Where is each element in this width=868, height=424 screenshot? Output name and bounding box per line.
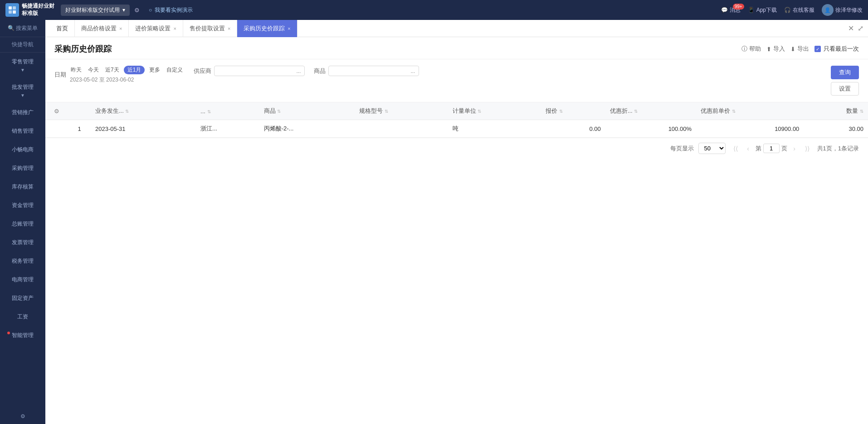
headset-icon: 🎧 — [784, 7, 791, 13]
sidebar-settings-btn[interactable]: ⚙ — [0, 409, 45, 424]
tab-close-btn[interactable]: × — [119, 26, 122, 31]
col-unit[interactable]: 计量单位 ⇅ — [448, 102, 541, 120]
import-icon: ⬆ — [766, 46, 771, 53]
sidebar-item-label: 采购管理 — [12, 164, 34, 172]
tab-purchase_history[interactable]: 采购历史价跟踪× — [237, 20, 297, 37]
page-header: 采购历史价跟踪 ⓘ 帮助 ⬆ 导入 ⬇ 导出 — [45, 37, 868, 59]
date-btn-more[interactable]: 更多 — [147, 66, 162, 74]
sidebar-item-retail[interactable]: 零售管理▼ — [0, 53, 45, 78]
col-more[interactable]: ... ⇅ — [196, 102, 259, 120]
close-tab-btn[interactable]: ✕ — [848, 24, 854, 33]
page-content: 采购历史价跟踪 ⓘ 帮助 ⬆ 导入 ⬇ 导出 — [45, 37, 868, 424]
tab-close-btn[interactable]: × — [288, 26, 290, 31]
date-label: 日期 — [54, 71, 66, 79]
col-spec[interactable]: 规格型号 ⇅ — [355, 102, 448, 120]
sidebar-item-general_ledger[interactable]: 总账管理 — [0, 215, 45, 233]
tab-purchase_strategy[interactable]: 进价策略设置× — [129, 20, 183, 37]
tab-close-btn[interactable]: × — [173, 26, 176, 31]
sidebar-item-label: 小畅电商 — [12, 146, 34, 154]
tab-label: 商品价格设置 — [81, 24, 117, 33]
demo-btn[interactable]: ○ 我要看实例演示 — [149, 6, 193, 14]
page-next-btn[interactable]: › — [789, 143, 800, 154]
tab-selling_price[interactable]: 售价提取设置× — [183, 20, 237, 37]
topbar-right: 💬 消息 99+ 📱 App下载 🎧 在线客服 👤 徐泽华修改 — [721, 4, 863, 16]
page-number-input[interactable] — [763, 144, 780, 153]
only-last-checkbox[interactable]: ✓ 只看最后一次 — [814, 45, 859, 53]
col-date[interactable]: 业务发生... ⇅ — [91, 102, 196, 120]
sidebar-item-label: 零售管理 — [12, 58, 34, 66]
product-input-wrap: ... — [328, 66, 419, 76]
help-btn[interactable]: ⓘ 帮助 — [741, 45, 761, 53]
per-page-select[interactable]: 50 10 20 100 — [698, 143, 726, 154]
col-discount[interactable]: 优惠折... ⇅ — [605, 102, 696, 120]
sidebar-item-fixed_assets[interactable]: 固定资产 — [0, 289, 45, 308]
sidebar-item-label: 批发管理 — [12, 83, 34, 91]
import-btn[interactable]: ⬆ 导入 — [766, 45, 785, 53]
sidebar-item-smart[interactable]: 智能管理 — [0, 326, 45, 345]
page-first-btn[interactable]: ⟨⟨ — [730, 143, 741, 154]
cell-quantity: 30.00 — [804, 120, 868, 138]
sidebar-item-inventory[interactable]: 库存核算 — [0, 178, 45, 196]
sidebar-item-salary[interactable]: 工资 — [0, 308, 45, 326]
data-table: ⚙ 业务发生... ⇅ ... ⇅ 商品 ⇅ 规格型号 ⇅ 计量单位 ⇅ 报价 … — [45, 102, 868, 138]
sidebar-item-wholesale[interactable]: 批发管理▼ — [0, 78, 45, 103]
supplier-input[interactable] — [218, 67, 294, 74]
sidebar-item-ecommerce[interactable]: 电商管理 — [0, 270, 45, 289]
date-btn-custom[interactable]: 自定义 — [165, 66, 185, 74]
expand-tab-btn[interactable]: ⤢ — [858, 24, 863, 33]
sidebar-item-label: 工资 — [17, 313, 28, 321]
col-quantity[interactable]: 数量 ⇅ — [804, 102, 868, 120]
query-btn[interactable]: 查询 — [831, 66, 859, 79]
col-product[interactable]: 商品 ⇅ — [259, 102, 355, 120]
version-selector[interactable]: 好业财标准版交付试用 ▾ — [61, 5, 130, 16]
tab-close-btn[interactable]: × — [228, 26, 230, 31]
topbar-settings-btn[interactable]: ⚙ — [134, 7, 140, 14]
page-actions: ⓘ 帮助 ⬆ 导入 ⬇ 导出 ✓ 只看最后一次 — [741, 45, 859, 53]
online-service-btn[interactable]: 🎧 在线客服 — [784, 6, 814, 14]
search-icon: 🔍 — [8, 25, 15, 31]
tab-product_price[interactable]: 商品价格设置× — [75, 20, 129, 37]
date-btn-1month[interactable]: 近1月 — [124, 66, 145, 74]
table-wrap: ⚙ 业务发生... ⇅ ... ⇅ 商品 ⇅ 规格型号 ⇅ 计量单位 ⇅ 报价 … — [45, 102, 868, 138]
user-menu-btn[interactable]: 👤 徐泽华修改 — [822, 4, 863, 16]
messages-btn[interactable]: 💬 消息 99+ — [721, 6, 741, 14]
sidebar-item-purchase[interactable]: 采购管理 — [0, 159, 45, 178]
sidebar-item-finance[interactable]: 资金管理 — [0, 196, 45, 215]
date-btn-yesterday[interactable]: 昨天 — [69, 66, 83, 74]
gear-col-icon[interactable]: ⚙ — [54, 108, 59, 115]
svg-rect-1 — [13, 6, 16, 10]
sidebar-item-sales[interactable]: 销售管理 — [0, 122, 45, 140]
page-prev-btn[interactable]: ‹ — [743, 143, 754, 154]
avatar: 👤 — [822, 4, 834, 16]
cell-gear — [45, 120, 68, 138]
supplier-more-btn[interactable]: ... — [296, 68, 301, 74]
page-last-btn[interactable]: ⟩⟩ — [802, 143, 813, 154]
sidebar-item-invoice[interactable]: 发票管理 — [0, 233, 45, 252]
product-filter: 商品 ... — [314, 66, 419, 76]
sidebar-item-ecommerce_small[interactable]: 小畅电商 — [0, 140, 45, 159]
sidebar-quick-nav[interactable]: 快捷导航 — [0, 37, 45, 53]
product-input[interactable] — [332, 67, 409, 74]
total-info: 共1页，1条记录 — [817, 145, 859, 153]
sidebar-item-marketing[interactable]: 营销推广 — [0, 103, 45, 122]
chevron-down-icon: ▾ — [122, 7, 125, 13]
col-pre-discount-price[interactable]: 优惠前单价 ⇅ — [696, 102, 804, 120]
expand-arrow-icon: ▼ — [20, 67, 25, 72]
app-download-btn[interactable]: 📱 App下载 — [748, 6, 777, 14]
svg-rect-0 — [9, 6, 12, 10]
date-btn-7days[interactable]: 近7天 — [103, 66, 121, 74]
export-btn[interactable]: ⬇ 导出 — [790, 45, 809, 53]
page-title: 采购历史价跟踪 — [54, 43, 741, 54]
product-more-btn[interactable]: ... — [410, 68, 415, 74]
sidebar-item-label: 库存核算 — [12, 183, 34, 191]
col-gear: ⚙ — [45, 102, 68, 120]
sidebar-search[interactable]: 🔍 搜索菜单 — [0, 20, 45, 37]
col-quote[interactable]: 报价 ⇅ — [541, 102, 605, 120]
tab-home[interactable]: 首页 — [50, 20, 75, 37]
sidebar-item-label: 税务管理 — [12, 257, 34, 265]
table-row[interactable]: 12023-05-31浙江...丙烯酸-2-...吨0.00100.00%109… — [45, 120, 868, 138]
sidebar-item-tax[interactable]: 税务管理 — [0, 252, 45, 270]
filter-settings-btn[interactable]: 设置 — [831, 82, 859, 96]
date-btn-today[interactable]: 今天 — [86, 66, 101, 74]
table-footer: 每页显示 50 10 20 100 ⟨⟨ ‹ 第 页 › ⟩⟩ — [45, 138, 868, 159]
